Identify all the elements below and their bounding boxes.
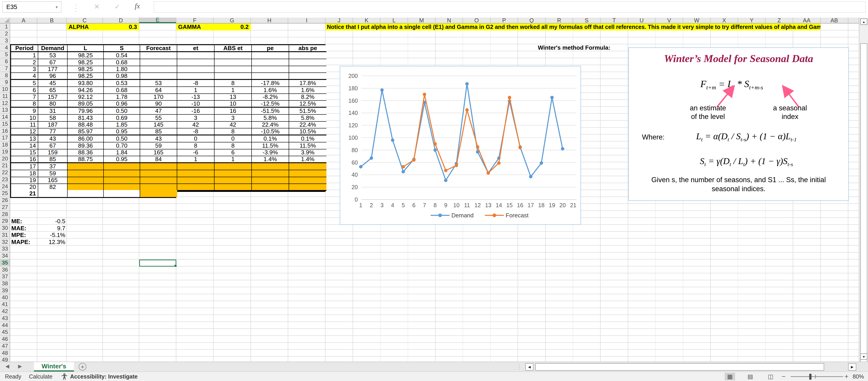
table-cell[interactable] xyxy=(289,177,327,184)
table-cell[interactable] xyxy=(104,163,140,170)
table-cell[interactable]: 17.8% xyxy=(289,80,327,87)
column-header-Q[interactable]: Q xyxy=(518,18,546,23)
column-header-B[interactable]: B xyxy=(37,18,67,23)
row-header-48[interactable]: 48 xyxy=(0,350,10,357)
row-header-25[interactable]: 25 xyxy=(0,190,10,197)
zoom-slider-track[interactable] xyxy=(791,376,843,377)
table-cell-final[interactable] xyxy=(140,190,177,197)
notice-cell[interactable]: Notice that I put alpha into a single ce… xyxy=(326,24,820,31)
table-cell[interactable]: 8 xyxy=(215,129,252,135)
table-cell[interactable] xyxy=(177,73,215,80)
table-cell[interactable]: 8 xyxy=(177,142,215,149)
table-cell[interactable] xyxy=(252,184,289,191)
table-cell[interactable]: 93.80 xyxy=(68,80,104,87)
row-header-39[interactable]: 39 xyxy=(0,287,10,294)
table-cell[interactable]: 77 xyxy=(38,129,68,135)
row-header-47[interactable]: 47 xyxy=(0,343,10,350)
table-cell[interactable] xyxy=(177,177,215,184)
table-cell[interactable]: 3 xyxy=(215,115,252,122)
row-header-42[interactable]: 42 xyxy=(0,308,10,315)
table-cell[interactable] xyxy=(252,177,289,184)
column-header-U[interactable]: U xyxy=(628,18,656,23)
table-cell[interactable]: 13 xyxy=(11,135,38,142)
zoom-slider-thumb[interactable] xyxy=(809,374,811,380)
table-cell[interactable]: 94.26 xyxy=(68,87,104,94)
table-cell[interactable]: 0.68 xyxy=(104,59,140,66)
tab-nav-right-icon[interactable]: ▶ xyxy=(18,363,22,369)
row-header-1[interactable]: 1 xyxy=(0,24,10,31)
table-cell[interactable] xyxy=(68,177,104,184)
table-cell[interactable]: 9 xyxy=(11,108,38,115)
row-header-5[interactable]: 5 xyxy=(0,51,10,58)
table-cell[interactable]: 1.6% xyxy=(252,87,289,94)
table-cell[interactable]: 88.36 xyxy=(68,149,104,157)
select-all-corner[interactable] xyxy=(0,18,10,24)
row-header-28[interactable]: 28 xyxy=(0,211,10,218)
table-cell-final[interactable] xyxy=(68,190,104,197)
gamma-cells[interactable]: GAMMA 0.2 xyxy=(176,24,251,31)
table-cell[interactable]: 15 xyxy=(11,149,38,157)
table-cell[interactable]: 59 xyxy=(140,142,177,149)
row-header-9[interactable]: 9 xyxy=(0,79,10,86)
row-header-41[interactable]: 41 xyxy=(0,301,10,308)
table-cell[interactable]: 0.96 xyxy=(104,101,140,108)
table-cell[interactable]: 85 xyxy=(140,129,177,135)
table-cell[interactable]: 8 xyxy=(215,80,252,87)
table-cell[interactable] xyxy=(289,170,327,177)
row-header-15[interactable]: 15 xyxy=(0,121,10,128)
column-header-E[interactable]: E xyxy=(139,18,176,23)
column-header-R[interactable]: R xyxy=(546,18,573,23)
table-cell[interactable]: 170 xyxy=(140,94,177,101)
table-cell[interactable]: 85.97 xyxy=(68,129,104,135)
table-cell[interactable]: 53 xyxy=(38,52,68,59)
row-header-7[interactable]: 7 xyxy=(0,65,10,72)
zoom-level[interactable]: 80% xyxy=(852,372,864,381)
view-normal-icon[interactable]: ▦ xyxy=(725,373,735,380)
table-cell[interactable] xyxy=(252,52,289,59)
column-header-J[interactable]: J xyxy=(326,18,353,23)
column-header-M[interactable]: M xyxy=(408,18,436,23)
table-cell[interactable]: -8 xyxy=(177,80,215,87)
table-cell[interactable]: 3 xyxy=(11,66,38,73)
table-cell[interactable] xyxy=(215,73,252,80)
table-cell[interactable]: 1 xyxy=(177,156,215,163)
row-header-32[interactable]: 32 xyxy=(0,239,10,246)
column-header-P[interactable]: P xyxy=(491,18,518,23)
table-cell[interactable]: 19 xyxy=(11,177,38,184)
table-cell[interactable]: -13 xyxy=(177,94,215,101)
table-cell[interactable] xyxy=(215,59,252,66)
table-cell[interactable]: 0.69 xyxy=(104,115,140,122)
chevron-down-icon[interactable]: ▼ xyxy=(55,5,58,9)
table-cell[interactable]: 98.25 xyxy=(68,66,104,73)
splitter-dots-icon[interactable]: ··· xyxy=(518,363,521,370)
row-header-38[interactable]: 38 xyxy=(0,280,10,287)
table-cell[interactable]: 6 xyxy=(215,149,252,157)
table-cell[interactable]: 3 xyxy=(177,115,215,122)
table-cell[interactable]: 1.4% xyxy=(252,156,289,163)
table-cell[interactable] xyxy=(252,163,289,170)
table-cell[interactable]: 0.98 xyxy=(104,73,140,80)
column-header-K[interactable]: K xyxy=(353,18,381,23)
table-cell[interactable]: 0.50 xyxy=(104,135,140,142)
row-header-4[interactable]: 4 xyxy=(0,44,10,51)
table-cell[interactable]: -6 xyxy=(177,149,215,157)
table-cell[interactable] xyxy=(140,170,177,177)
column-header-partial[interactable] xyxy=(848,18,859,23)
table-cell[interactable]: -10 xyxy=(177,101,215,108)
table-cell[interactable]: 10.5% xyxy=(289,129,327,135)
column-header-T[interactable]: T xyxy=(600,18,628,23)
selected-cell-e35[interactable] xyxy=(139,259,176,267)
row-header-18[interactable]: 18 xyxy=(0,141,10,148)
hscroll-right-icon[interactable]: ▶ xyxy=(848,363,856,371)
cancel-icon[interactable]: ✕ xyxy=(94,3,100,11)
table-cell[interactable]: 4 xyxy=(11,73,38,80)
table-cell[interactable]: 1 xyxy=(215,87,252,94)
table-cell[interactable]: 67 xyxy=(38,59,68,66)
table-cell[interactable] xyxy=(140,52,177,59)
table-cell-final[interactable]: 21 xyxy=(11,190,38,197)
column-header-N[interactable]: N xyxy=(436,18,463,23)
column-header-Z[interactable]: Z xyxy=(766,18,793,23)
row-header-16[interactable]: 16 xyxy=(0,128,10,135)
table-cell[interactable]: 3.9% xyxy=(289,149,327,157)
table-cell[interactable]: -8 xyxy=(177,129,215,135)
